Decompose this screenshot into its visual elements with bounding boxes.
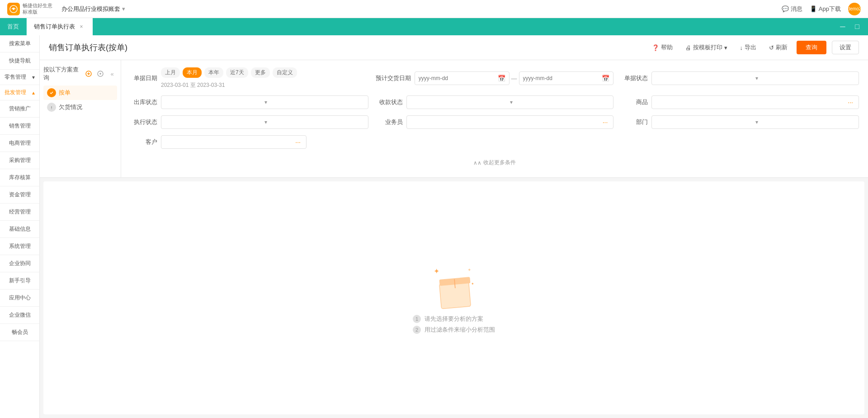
sidebar-item-enterprise[interactable]: 企业协同 xyxy=(0,255,39,272)
query-button[interactable]: 查询 xyxy=(797,41,826,54)
scheme-item-by-order[interactable]: 按单 xyxy=(43,86,117,100)
goods-input-group[interactable]: ··· xyxy=(651,95,859,109)
filter-row-3: 执行状态 ▾ 业务员 ··· 部门 xyxy=(130,115,859,129)
empty-illustration: ✦ ✦ ✦ xyxy=(431,262,476,308)
filter-predicted-date-field: 预计交货日期 📅 — 📅 xyxy=(376,71,614,85)
sidebar-item-basic[interactable]: 基础信息 xyxy=(0,221,39,238)
sidebar-item-inventory[interactable]: 库存核算 xyxy=(0,169,39,186)
date-tag-last-month[interactable]: 上月 xyxy=(161,67,180,78)
goods-label: 商品 xyxy=(621,98,648,106)
date-from-input[interactable]: 📅 xyxy=(415,71,509,85)
scheme-edit-btn[interactable] xyxy=(95,69,105,79)
header-left: 畅捷信好生意 标准版 办公用品行业模拟账套 ▾ xyxy=(7,3,125,15)
collection-status-select[interactable]: ▾ xyxy=(406,95,614,109)
app-download-btn[interactable]: 📱 App下载 xyxy=(810,5,841,13)
predicted-date-label: 预计交货日期 xyxy=(376,74,411,82)
sidebar-item-newbie[interactable]: 新手引导 xyxy=(0,272,39,290)
date-tag-row: 上月 本月 本年 近7天 更多 自定义 xyxy=(161,67,368,78)
refresh-btn[interactable]: ↺ 刷新 xyxy=(765,42,791,53)
hint-num-2: 2 xyxy=(413,326,421,334)
collection-status-label: 收款状态 xyxy=(376,98,403,106)
date-tag-this-year[interactable]: 本年 xyxy=(204,67,223,78)
export-btn[interactable]: ↓ 导出 xyxy=(736,42,760,53)
status-select[interactable]: ▾ xyxy=(651,71,859,85)
sidebar-item-appstore[interactable]: 应用中心 xyxy=(0,290,39,307)
date-tag-custom[interactable]: 自定义 xyxy=(273,67,297,78)
sidebar-item-sales[interactable]: 销售管理 xyxy=(0,118,39,135)
print-btn[interactable]: 🖨 按模板打印 ▾ xyxy=(682,42,731,53)
goods-ellipsis-icon[interactable]: ··· xyxy=(846,99,855,106)
date-from-field[interactable] xyxy=(419,75,496,81)
page-actions: ❓ 帮助 🖨 按模板打印 ▾ ↓ 导出 ↺ 刷新 查询 设置 xyxy=(648,41,859,54)
breadcrumb[interactable]: 办公用品行业模拟账套 ▾ xyxy=(61,5,125,13)
filter-out-status-field: 出库状态 ▾ xyxy=(130,95,368,109)
salesperson-ellipsis-icon[interactable]: ··· xyxy=(601,119,610,126)
content-area: 销售订单执行表(按单) ❓ 帮助 🖨 按模板打印 ▾ ↓ 导出 ↺ 刷新 xyxy=(40,35,868,418)
avatar: demo2 xyxy=(848,3,861,15)
sidebar-item-marketing[interactable]: 营销推广 xyxy=(0,100,39,118)
out-status-select[interactable]: ▾ xyxy=(161,95,368,109)
sidebar-item-member[interactable]: 畅会员 xyxy=(0,324,39,341)
customer-input-group[interactable]: ··· xyxy=(161,135,307,149)
svg-point-1 xyxy=(13,8,14,10)
date-label: 单据日期 xyxy=(130,74,157,82)
calendar-to-icon: 📅 xyxy=(602,75,609,82)
user-menu[interactable]: demo2 xyxy=(848,3,861,15)
filter-salesperson-field: 业务员 ··· xyxy=(376,115,614,129)
exec-status-label: 执行状态 xyxy=(130,118,157,126)
minimize-btn[interactable]: ─ xyxy=(837,21,848,32)
salesperson-label: 业务员 xyxy=(376,118,403,126)
sidebar-item-wechat[interactable]: 企业微信 xyxy=(0,307,39,324)
filter-row-4: 客户 ··· xyxy=(130,135,859,149)
logo-text: 畅捷信好生意 标准版 xyxy=(23,3,52,14)
sidebar-item-finance[interactable]: 资金管理 xyxy=(0,186,39,204)
sidebar-item-purchase[interactable]: 采购管理 xyxy=(0,152,39,169)
date-tag-7days[interactable]: 近7天 xyxy=(226,67,248,78)
filter-fields: 单据日期 上月 本月 本年 近7天 更多 自定义 2023-03-01 至 20… xyxy=(121,60,868,177)
filter-scheme-header: 按以下方案查询 xyxy=(43,66,117,82)
tab-home[interactable]: 首页 xyxy=(0,18,27,35)
exec-status-select[interactable]: ▾ xyxy=(161,115,368,129)
sidebar-item-retail[interactable]: 零售管理 ▾ xyxy=(0,70,39,85)
empty-hint-2: 2 用过滤条件来缩小分析范围 xyxy=(413,326,495,334)
date-to-field[interactable] xyxy=(523,75,600,81)
date-tag-this-month[interactable]: 本月 xyxy=(183,67,202,78)
message-icon: 💬 xyxy=(782,5,789,12)
maximize-btn[interactable]: □ xyxy=(852,21,863,32)
sidebar-item-operations[interactable]: 经营管理 xyxy=(0,204,39,221)
scheme-collapse-btn[interactable]: « xyxy=(107,69,117,79)
date-to-input[interactable]: 📅 xyxy=(519,71,614,85)
exec-status-down-icon: ▾ xyxy=(264,119,364,125)
dept-label: 部门 xyxy=(621,118,648,126)
help-btn[interactable]: ❓ 帮助 xyxy=(648,42,676,53)
svg-text:✦: ✦ xyxy=(467,267,471,272)
tab-close-icon[interactable]: × xyxy=(78,23,85,30)
print-down-icon: ▾ xyxy=(724,44,727,51)
dept-select[interactable]: ▾ xyxy=(651,115,859,129)
customer-ellipsis-icon[interactable]: ··· xyxy=(293,138,302,146)
filter-date-field: 单据日期 上月 本月 本年 近7天 更多 自定义 2023-03-01 至 20… xyxy=(130,67,368,89)
empty-state: ✦ ✦ ✦ 1 请先选择要分析的方案 2 用过滤条件来缩小分析范围 xyxy=(43,181,864,414)
salesperson-input[interactable] xyxy=(410,119,599,125)
collapse-btn[interactable]: ∧∧ 收起更多条件 xyxy=(130,155,859,170)
filter-status-field: 单据状态 ▾ xyxy=(621,71,859,85)
logo-area: 畅捷信好生意 标准版 xyxy=(7,3,52,15)
tab-sales-order[interactable]: 销售订单执行表 × xyxy=(27,18,93,35)
sidebar-item-search[interactable]: 搜索菜单 xyxy=(0,35,39,52)
sidebar-item-ecommerce[interactable]: 电商管理 xyxy=(0,135,39,152)
goods-input[interactable] xyxy=(656,99,844,105)
customer-input[interactable] xyxy=(165,139,292,145)
svg-text:✦: ✦ xyxy=(434,267,439,275)
scheme-item-shortage[interactable]: 欠货情况 xyxy=(43,100,117,114)
status-label: 单据状态 xyxy=(621,74,648,82)
settings-button[interactable]: 设置 xyxy=(832,41,859,54)
scheme-add-btn[interactable] xyxy=(84,69,94,79)
sidebar-item-wholesale[interactable]: 批发管理 ▴ xyxy=(0,85,39,100)
dept-down-icon: ▾ xyxy=(755,119,855,125)
date-tag-more[interactable]: 更多 xyxy=(251,67,270,78)
sidebar-item-quicknav[interactable]: 快捷导航 xyxy=(0,52,39,70)
salesperson-input-group[interactable]: ··· xyxy=(406,115,614,129)
sidebar-item-system[interactable]: 系统管理 xyxy=(0,238,39,255)
status-down-icon: ▾ xyxy=(755,75,855,81)
message-btn[interactable]: 💬 消息 xyxy=(782,5,802,13)
